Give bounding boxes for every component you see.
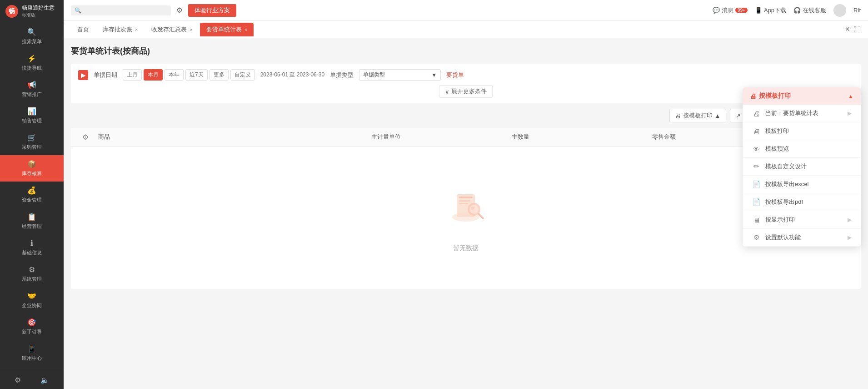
date-btn-current-year[interactable]: 本年 — [165, 69, 184, 81]
settings-bottom-btn[interactable]: ⚙ — [15, 376, 21, 384]
sidebar-item-guide[interactable]: 🎯 新手引导 — [0, 313, 64, 340]
nav-icon-search: 🔍 — [27, 28, 36, 36]
nav-label-guide: 新手引导 — [22, 328, 42, 335]
dropdown-current-icon: 🖨 — [752, 110, 761, 117]
date-btn-prev-month[interactable]: 上月 — [123, 69, 142, 81]
svg-rect-2 — [459, 197, 473, 198]
expand-panel-btn[interactable]: ⛶ — [853, 25, 861, 34]
table-col-product: 商品 — [95, 133, 368, 141]
sidebar-item-inventory[interactable]: 📦 库存核算 — [0, 155, 64, 182]
app-download-btn[interactable]: 📱 App下载 — [755, 6, 786, 15]
user-avatar[interactable] — [833, 4, 846, 17]
messages-icon: 💬 — [713, 7, 720, 14]
sidebar-item-apps[interactable]: 📱 应用中心 — [0, 340, 64, 366]
app-logo-text: 畅康通好生意 标准版 — [22, 5, 55, 18]
topbar-gear-icon[interactable]: ⚙ — [176, 6, 183, 15]
dropdown-template-preview-item[interactable]: 👁 模板预览 — [743, 140, 861, 158]
dropdown-template-print-icon: 🖨 — [752, 127, 761, 135]
svg-point-6 — [469, 205, 479, 214]
tab-home[interactable]: 首页 — [71, 23, 95, 36]
tab-inventory-batch[interactable]: 库存批次账 × — [96, 23, 144, 36]
dropdown-chevron-up-icon: ▲ — [848, 93, 853, 100]
nav-label-finance: 资金管理 — [22, 197, 42, 203]
export-icon: ↗ — [736, 112, 741, 119]
nav-icon-guide: 🎯 — [27, 318, 36, 327]
user-name[interactable]: Rit — [853, 7, 861, 14]
tab-collection-summary-label: 收发存汇总表 — [151, 25, 187, 34]
date-range-display: 2023-06-01 至 2023-06-30 — [260, 71, 324, 79]
dropdown-display-print-arrow: ▶ — [848, 217, 852, 223]
nav-label-quicknav: 快捷导航 — [22, 65, 42, 71]
nav-icon-finance: 💰 — [27, 186, 36, 195]
sidebar-nav: 🔍 搜索菜单 ⚡ 快捷导航 📢 营销推广 📊 销售管理 🛒 采购管理 📦 库存核… — [0, 23, 64, 371]
app-logo-icon: 畅 — [5, 5, 18, 18]
date-btn-custom[interactable]: 自定义 — [230, 69, 255, 81]
date-btn-current-month[interactable]: 本月 — [144, 69, 163, 81]
tab-order-stats[interactable]: 要货单统计表 × — [200, 23, 254, 36]
sidebar-item-wechat[interactable]: 💬 企业微信 — [0, 366, 64, 371]
nav-icon-inventory: 📦 — [27, 160, 36, 168]
sidebar-item-operation[interactable]: 📋 经营管理 — [0, 208, 64, 234]
sidebar-item-quicknav[interactable]: ⚡ 快捷导航 — [0, 50, 64, 76]
dropdown-default-func-icon: ⚙ — [752, 233, 761, 242]
dropdown-close-btn[interactable]: ▲ — [848, 92, 853, 100]
speaker-bottom-btn[interactable]: 🔈 — [40, 376, 50, 384]
dropdown-template-pdf-item[interactable]: 📄 按模板导出pdf — [743, 193, 861, 211]
search-input[interactable] — [83, 7, 151, 14]
sidebar-item-sales[interactable]: 📊 销售管理 — [0, 102, 64, 129]
nav-label-search: 搜索菜单 — [22, 38, 42, 45]
table-col-qty: 主数量 — [508, 133, 649, 141]
dropdown-current-item[interactable]: 🖨 当前：要货单统计表 ▶ — [743, 105, 861, 122]
type-filter-label: 单据类型 — [330, 71, 354, 79]
online-service-btn[interactable]: 🎧 在线客服 — [793, 6, 826, 15]
dropdown-default-func-item[interactable]: ⚙ 设置默认功能 ▶ — [743, 229, 861, 247]
date-btn-more[interactable]: 更多 — [210, 69, 229, 81]
dropdown-display-print-item[interactable]: 🖥 按显示打印 ▶ — [743, 211, 861, 229]
trial-btn[interactable]: 体验行业方案 — [188, 4, 236, 17]
nav-icon-operation: 📋 — [27, 212, 36, 221]
nav-label-marketing: 营销推广 — [22, 91, 42, 98]
table-column-settings-icon[interactable]: ⚙ — [80, 131, 91, 142]
app-icon: 📱 — [755, 7, 762, 14]
sidebar-item-basic[interactable]: ℹ 基础信息 — [0, 234, 64, 261]
dropdown-template-preview-icon: 👁 — [752, 145, 761, 153]
tab-order-stats-close[interactable]: × — [244, 27, 247, 32]
nav-label-operation: 经营管理 — [22, 223, 42, 230]
sidebar-item-marketing[interactable]: 📢 营销推广 — [0, 76, 64, 102]
filter-expand-icon[interactable]: ▶ — [78, 70, 88, 80]
dropdown-template-excel-item[interactable]: 📄 按模板导出excel — [743, 176, 861, 193]
dropdown-template-print-item[interactable]: 🖨 模板打印 — [743, 122, 861, 140]
category-label: 要货单 — [446, 71, 464, 79]
filter-row: ▶ 单据日期 上月 本月 本年 近7天 更多 自定义 2023-06-01 至 … — [78, 69, 853, 81]
sidebar-logo: 畅 畅康通好生意 标准版 — [0, 0, 64, 23]
page-content: 要货单统计表(按商品) ▶ 单据日期 上月 本月 本年 近7天 更多 自定义 2… — [64, 38, 868, 389]
empty-text: 暂无数据 — [453, 244, 479, 253]
type-select[interactable]: 单据类型 ▼ — [359, 69, 441, 81]
svg-rect-3 — [459, 200, 470, 202]
tab-inventory-batch-label: 库存批次账 — [103, 25, 132, 34]
sidebar-item-system[interactable]: ⚙ 系统管理 — [0, 261, 64, 287]
tab-order-stats-label: 要货单统计表 — [206, 25, 242, 34]
tab-home-label: 首页 — [77, 25, 89, 34]
date-options: 上月 本月 本年 近7天 更多 自定义 — [123, 69, 255, 81]
dropdown-current-arrow: ▶ — [848, 110, 852, 116]
print-btn[interactable]: 🖨 按模板打印 ▲ — [669, 109, 726, 122]
sidebar-item-search[interactable]: 🔍 搜索菜单 — [0, 23, 64, 50]
sidebar-item-cooperation[interactable]: 🤝 企业协同 — [0, 287, 64, 313]
sidebar-item-purchase[interactable]: 🛒 采购管理 — [0, 129, 64, 155]
close-panel-btn[interactable]: × — [845, 25, 850, 34]
tabs-bar: 首页 库存批次账 × 收发存汇总表 × 要货单统计表 × × ⛶ — [64, 21, 868, 38]
sidebar-item-finance[interactable]: 💰 资金管理 — [0, 182, 64, 208]
expand-more-btn[interactable]: ∨ 展开更多条件 — [439, 85, 493, 98]
tab-inventory-batch-close[interactable]: × — [135, 27, 138, 32]
date-btn-7days[interactable]: 近7天 — [185, 69, 208, 81]
nav-icon-quicknav: ⚡ — [27, 54, 36, 63]
messages-btn[interactable]: 💬 消息 99+ — [713, 6, 748, 15]
tab-collection-summary[interactable]: 收发存汇总表 × — [145, 23, 199, 36]
nav-label-basic: 基础信息 — [22, 249, 42, 256]
tab-collection-summary-close[interactable]: × — [190, 27, 192, 32]
dropdown-template-custom-item[interactable]: ✏ 模板自定义设计 — [743, 158, 861, 176]
topbar: 🔍 ⚙ 体验行业方案 💬 消息 99+ 📱 App下载 🎧 在线客服 Rit — [64, 0, 868, 21]
print-header-icon: 🖨 — [750, 92, 756, 100]
nav-icon-purchase: 🛒 — [27, 133, 36, 142]
